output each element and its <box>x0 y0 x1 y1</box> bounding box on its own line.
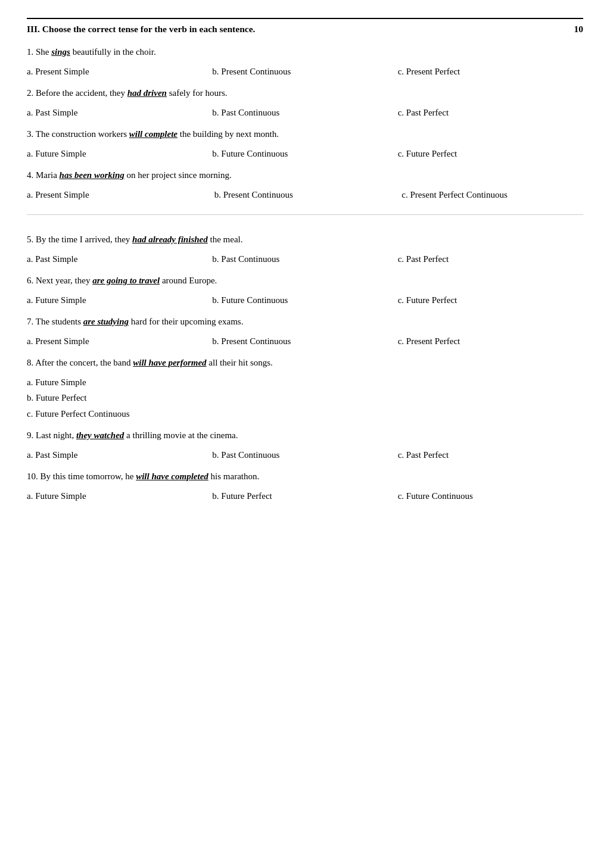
question-1-option-b[interactable]: b. Present Continuous <box>212 65 397 79</box>
question-7-option-c[interactable]: c. Present Perfect <box>398 335 583 348</box>
question-2-option-c[interactable]: c. Past Perfect <box>398 106 583 120</box>
question-4-text: 4. Maria has been working on her project… <box>27 168 583 182</box>
question-1-option-c[interactable]: c. Present Perfect <box>398 65 583 79</box>
question-5-text: 5. By the time I arrived, they had alrea… <box>27 233 583 246</box>
question-3-text: 3. The construction workers will complet… <box>27 127 583 141</box>
question-1-option-a[interactable]: a. Present Simple <box>27 65 212 79</box>
question-3-options: a. Future Simple b. Future Continuous c.… <box>27 147 583 161</box>
question-6-option-c[interactable]: c. Future Perfect <box>398 294 583 307</box>
question-6: 6. Next year, they are going to travel a… <box>27 274 583 307</box>
question-5: 5. By the time I arrived, they had alrea… <box>27 233 583 266</box>
question-7-options: a. Present Simple b. Present Continuous … <box>27 335 583 348</box>
question-10-text: 10. By this time tomorrow, he will have … <box>27 470 583 483</box>
question-1-options: a. Present Simple b. Present Continuous … <box>27 65 583 79</box>
question-2-text: 2. Before the accident, they had driven … <box>27 86 583 100</box>
question-6-option-b[interactable]: b. Future Continuous <box>212 294 397 307</box>
question-8-text: 8. After the concert, the band will have… <box>27 356 583 370</box>
section-top: 1. She sings beautifully in the choir. a… <box>27 45 583 201</box>
question-8: 8. After the concert, the band will have… <box>27 356 583 420</box>
section-bottom: 5. By the time I arrived, they had alrea… <box>27 233 583 502</box>
question-3-option-c[interactable]: c. Future Perfect <box>398 147 583 161</box>
question-5-option-c[interactable]: c. Past Perfect <box>398 252 583 266</box>
question-7-option-b[interactable]: b. Present Continuous <box>212 335 397 348</box>
question-5-option-b[interactable]: b. Past Continuous <box>212 252 397 266</box>
question-9-option-c[interactable]: c. Past Perfect <box>398 448 583 462</box>
section-title: III. Choose the correct tense for the ve… <box>27 24 255 35</box>
question-6-options: a. Future Simple b. Future Continuous c.… <box>27 294 583 307</box>
question-8-option-c[interactable]: c. Future Perfect Continuous <box>27 407 583 421</box>
question-3-option-b[interactable]: b. Future Continuous <box>212 147 397 161</box>
question-6-text: 6. Next year, they are going to travel a… <box>27 274 583 288</box>
page: III. Choose the correct tense for the ve… <box>0 0 610 535</box>
question-10-option-a[interactable]: a. Future Simple <box>27 489 212 503</box>
section-divider <box>27 214 583 215</box>
question-4-option-b[interactable]: b. Present Continuous <box>214 188 402 202</box>
question-10: 10. By this time tomorrow, he will have … <box>27 470 583 502</box>
question-9-option-a[interactable]: a. Past Simple <box>27 448 212 462</box>
question-4: 4. Maria has been working on her project… <box>27 168 583 201</box>
question-2: 2. Before the accident, they had driven … <box>27 86 583 119</box>
question-3-option-a[interactable]: a. Future Simple <box>27 147 212 161</box>
question-4-options: a. Present Simple b. Present Continuous … <box>27 188 583 202</box>
question-9-option-b[interactable]: b. Past Continuous <box>212 448 397 462</box>
question-2-option-a[interactable]: a. Past Simple <box>27 106 212 120</box>
question-4-option-a[interactable]: a. Present Simple <box>27 188 214 202</box>
question-1-text: 1. She sings beautifully in the choir. <box>27 45 583 59</box>
question-10-options: a. Future Simple b. Future Perfect c. Fu… <box>27 489 583 503</box>
question-2-option-b[interactable]: b. Past Continuous <box>212 106 397 120</box>
question-5-option-a[interactable]: a. Past Simple <box>27 252 212 266</box>
question-9-text: 9. Last night, they watched a thrilling … <box>27 429 583 442</box>
question-6-option-a[interactable]: a. Future Simple <box>27 294 212 307</box>
question-10-option-c[interactable]: c. Future Continuous <box>398 489 583 503</box>
question-3: 3. The construction workers will complet… <box>27 127 583 160</box>
score-label: 10 <box>574 24 584 35</box>
question-7-text: 7. The students are studying hard for th… <box>27 315 583 329</box>
question-9-options: a. Past Simple b. Past Continuous c. Pas… <box>27 448 583 462</box>
question-8-option-b[interactable]: b. Future Perfect <box>27 391 583 405</box>
question-1: 1. She sings beautifully in the choir. a… <box>27 45 583 78</box>
question-5-options: a. Past Simple b. Past Continuous c. Pas… <box>27 252 583 266</box>
question-8-option-a[interactable]: a. Future Simple <box>27 376 583 389</box>
header-row: III. Choose the correct tense for the ve… <box>27 18 583 35</box>
question-2-options: a. Past Simple b. Past Continuous c. Pas… <box>27 106 583 120</box>
question-7-option-a[interactable]: a. Present Simple <box>27 335 212 348</box>
question-8-options: a. Future Simple b. Future Perfect c. Fu… <box>27 376 583 421</box>
question-10-option-b[interactable]: b. Future Perfect <box>212 489 397 503</box>
question-7: 7. The students are studying hard for th… <box>27 315 583 348</box>
question-9: 9. Last night, they watched a thrilling … <box>27 429 583 461</box>
question-4-option-c[interactable]: c. Present Perfect Continuous <box>402 188 583 202</box>
